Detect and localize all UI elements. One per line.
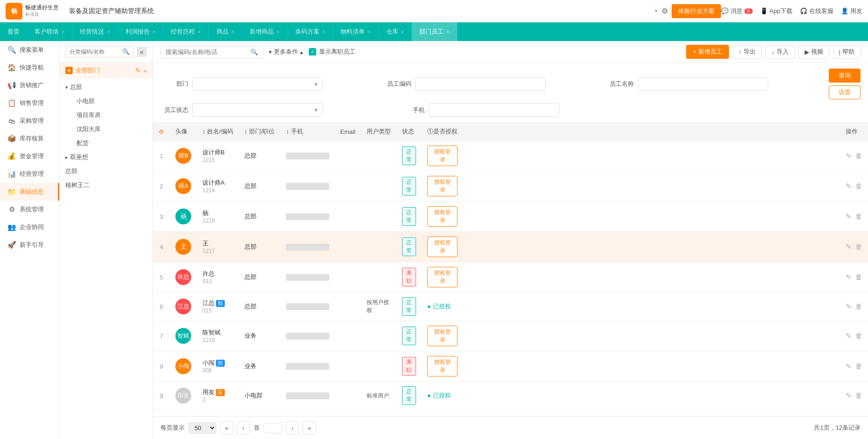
- system-dropdown-icon[interactable]: ▾: [655, 8, 658, 14]
- sidebar-item-purchase[interactable]: 🛍 采购管理: [0, 112, 59, 130]
- show-resigned-checkbox[interactable]: ✓: [309, 48, 316, 56]
- dept-item-head[interactable]: ▾ 总部: [60, 80, 153, 94]
- auth-button[interactable]: 授权登录: [427, 326, 458, 346]
- tab-close-warehouse[interactable]: ×: [401, 29, 404, 35]
- show-resigned-toggle[interactable]: ✓ 显示离职员工: [309, 48, 355, 56]
- dept-all-item[interactable]: 全部部门 ✎ «: [60, 63, 153, 78]
- tab-operation[interactable]: 经营情况 ×: [72, 22, 118, 41]
- col-phone[interactable]: ↕ 手机: [280, 123, 334, 141]
- tab-close-add-goods[interactable]: ×: [277, 29, 279, 35]
- edit-icon[interactable]: ✎: [846, 212, 852, 221]
- dept-item-xiaodian[interactable]: 小电部: [69, 94, 153, 108]
- first-page-button[interactable]: «: [220, 421, 233, 434]
- view-button[interactable]: ▶ 视频: [799, 45, 829, 59]
- phone-input[interactable]: [429, 103, 559, 117]
- dept-select[interactable]: ▾: [192, 77, 323, 91]
- dept-edit-icon[interactable]: ✎: [135, 67, 141, 74]
- sidebar-item-inventory[interactable]: 📦 库存核算: [0, 130, 59, 147]
- dept-search-input[interactable]: [69, 49, 120, 55]
- status-select[interactable]: ▾: [192, 103, 323, 117]
- settings-button[interactable]: 设置: [829, 85, 861, 99]
- app-download-action[interactable]: 📱 App下载: [760, 7, 792, 15]
- delete-icon[interactable]: 🗑: [855, 243, 862, 251]
- dept-item-zongbu[interactable]: 总部: [60, 164, 153, 178]
- gear-orange-icon[interactable]: ⚙: [159, 128, 164, 135]
- sidebar-item-sales[interactable]: 📋 销售管理: [0, 94, 59, 112]
- delete-icon[interactable]: 🗑: [855, 152, 862, 160]
- sidebar-item-marketing[interactable]: 📢 营销推广: [0, 77, 59, 94]
- auth-button[interactable]: 授权登录: [427, 237, 458, 257]
- sidebar-item-finance[interactable]: 💰 资金管理: [0, 147, 59, 165]
- page-number-input[interactable]: 1: [264, 423, 282, 433]
- col-name[interactable]: ↕ 姓名/编码: [197, 123, 239, 141]
- edit-icon[interactable]: ✎: [846, 332, 852, 340]
- edit-icon[interactable]: ✎: [846, 391, 852, 400]
- dept-item-shenyang[interactable]: 沈阳大库: [69, 122, 153, 136]
- tab-close-operation[interactable]: ×: [107, 29, 110, 35]
- delete-icon[interactable]: 🗑: [855, 273, 862, 281]
- tab-history[interactable]: 经营历程 ×: [163, 22, 208, 41]
- dept-item-zhishu[interactable]: 植树王二: [60, 178, 153, 192]
- delete-icon[interactable]: 🗑: [855, 212, 862, 221]
- message-action[interactable]: 💬 消息 5: [721, 7, 753, 15]
- dept-item-peihuo[interactable]: 配货: [69, 136, 153, 150]
- dept-item-project[interactable]: 项目库房: [69, 108, 153, 122]
- sidebar-item-collab[interactable]: 👥 企业协同: [0, 218, 59, 236]
- sidebar-item-search[interactable]: 🔍 搜索菜单: [0, 41, 59, 59]
- delete-icon[interactable]: 🗑: [855, 391, 862, 400]
- last-page-button[interactable]: »: [303, 421, 316, 434]
- col-dept[interactable]: ↕ 部门/职位: [239, 123, 281, 141]
- auth-button[interactable]: 授权登录: [427, 356, 458, 376]
- code-input[interactable]: [415, 77, 546, 91]
- sidebar-item-guide[interactable]: 🚀 新手引导: [0, 236, 59, 254]
- prev-page-button[interactable]: ‹: [237, 421, 250, 434]
- auth-button[interactable]: 授权登录: [427, 267, 458, 287]
- sidebar-item-system[interactable]: ⚙ 系统管理: [0, 201, 59, 218]
- import-button[interactable]: ↓ 导入: [765, 45, 795, 59]
- tab-warehouse[interactable]: 仓库 ×: [379, 22, 412, 41]
- help-button[interactable]: | 帮助: [833, 45, 861, 59]
- name-input[interactable]: [638, 77, 768, 91]
- query-button[interactable]: 查询: [829, 69, 861, 83]
- delete-icon[interactable]: 🗑: [855, 362, 862, 370]
- per-page-select[interactable]: 50 100: [188, 422, 216, 434]
- tab-add-goods[interactable]: 新增商品 ×: [242, 22, 287, 41]
- export-button[interactable]: ↑ 导出: [733, 45, 762, 59]
- dept-search-wrap[interactable]: 🔍: [65, 46, 134, 57]
- tab-close-profit[interactable]: ×: [153, 29, 155, 35]
- more-conditions-button[interactable]: ▾ 更多条件 ▴: [269, 48, 303, 56]
- delete-icon[interactable]: 🗑: [855, 332, 862, 340]
- delete-icon[interactable]: 🗑: [855, 182, 862, 190]
- edit-icon[interactable]: ✎: [846, 243, 852, 251]
- tab-close-employees[interactable]: ×: [446, 29, 449, 35]
- user-action[interactable]: 👤 用友: [841, 7, 862, 15]
- edit-icon[interactable]: ✎: [846, 182, 852, 190]
- col-settings[interactable]: ⚙: [153, 123, 170, 141]
- sidebar-item-management[interactable]: 📊 经营管理: [0, 165, 59, 183]
- tab-employees[interactable]: 部门员工 ×: [412, 22, 457, 41]
- settings-icon[interactable]: ⚙: [661, 7, 668, 15]
- online-service-action[interactable]: 🎧 在线客服: [800, 7, 833, 15]
- edit-icon[interactable]: ✎: [846, 273, 852, 281]
- auth-button[interactable]: 授权登录: [427, 176, 458, 196]
- tab-goods[interactable]: 商品 ×: [209, 22, 242, 41]
- tab-close-history[interactable]: ×: [198, 29, 201, 35]
- tab-close-goods[interactable]: ×: [231, 29, 234, 35]
- delete-icon[interactable]: 🗑: [855, 302, 862, 311]
- tab-close-barcode[interactable]: ×: [322, 29, 325, 35]
- tab-close-customer[interactable]: ×: [62, 29, 64, 35]
- employee-search-wrap[interactable]: 🔍: [160, 46, 263, 58]
- tab-home[interactable]: 首页: [0, 22, 27, 41]
- tab-close-bom[interactable]: ×: [368, 29, 370, 35]
- edit-icon[interactable]: ✎: [846, 152, 852, 160]
- auth-button[interactable]: 授权登录: [427, 146, 458, 166]
- tab-profit[interactable]: 利润报告 ×: [118, 22, 163, 41]
- collapse-tree-button[interactable]: «: [137, 47, 147, 57]
- experience-button[interactable]: 体验行业方案: [672, 4, 721, 18]
- edit-icon[interactable]: ✎: [846, 302, 852, 311]
- sidebar-item-basic[interactable]: 📁 基础信息: [0, 183, 59, 201]
- auth-button[interactable]: 授权登录: [427, 206, 458, 227]
- dept-collapse-icon[interactable]: «: [144, 67, 147, 74]
- add-employee-button[interactable]: + 新增员工: [686, 45, 729, 59]
- employee-search-input[interactable]: [166, 49, 248, 56]
